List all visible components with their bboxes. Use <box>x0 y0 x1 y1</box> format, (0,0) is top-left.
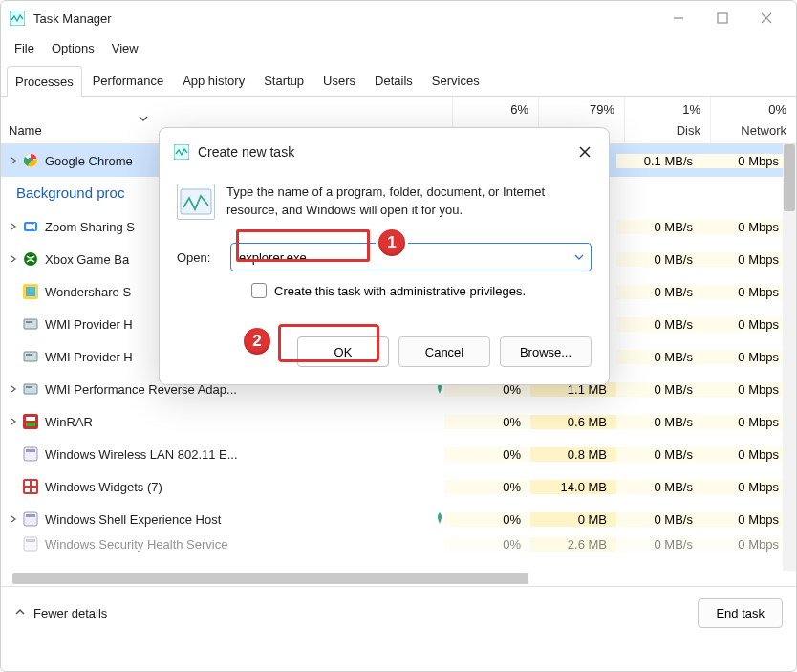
tab-services[interactable]: Services <box>423 65 488 96</box>
annotation-callout-1: 1 <box>376 227 408 259</box>
tab-users[interactable]: Users <box>314 65 364 96</box>
svg-rect-18 <box>23 414 38 429</box>
maximize-button[interactable] <box>700 3 744 33</box>
svg-rect-25 <box>32 481 36 486</box>
task-manager-icon <box>9 10 26 27</box>
process-row[interactable]: Windows Security Health Service0%2.6 MB0… <box>1 535 796 553</box>
svg-rect-8 <box>26 224 32 229</box>
menu-bar: File Options View <box>1 35 796 65</box>
svg-rect-13 <box>26 321 32 323</box>
combobox-dropdown-button[interactable] <box>568 251 591 263</box>
expand-icon[interactable] <box>9 254 22 264</box>
process-row[interactable]: Windows Widgets (7)0%14.0 MB0 MB/s0 Mbps <box>1 470 796 503</box>
memory-cell: 14.0 MB <box>530 480 616 494</box>
expand-icon[interactable] <box>9 514 22 524</box>
column-header-disk[interactable]: 1%Disk <box>624 97 710 143</box>
network-cell: 0 Mbps <box>702 415 788 429</box>
cpu-cell: 0% <box>444 537 530 552</box>
process-row[interactable]: Windows Wireless LAN 802.11 E...0%0.8 MB… <box>1 438 796 470</box>
disk-cell: 0 MB/s <box>616 350 702 364</box>
menu-options[interactable]: Options <box>44 37 102 59</box>
svg-rect-19 <box>26 417 35 421</box>
process-icon <box>22 348 39 365</box>
expand-icon[interactable] <box>9 417 22 426</box>
network-cell: 0 Mbps <box>702 447 788 462</box>
tab-app-history[interactable]: App history <box>174 65 253 96</box>
chevron-down-icon[interactable] <box>138 113 149 124</box>
process-icon <box>22 380 39 398</box>
expand-icon[interactable] <box>9 156 22 165</box>
process-icon <box>22 478 39 495</box>
process-name: Windows Widgets (7) <box>45 480 444 494</box>
annotation-callout-2: 2 <box>241 325 273 358</box>
process-icon <box>22 283 39 300</box>
chevron-up-icon <box>14 606 26 620</box>
disk-cell: 0 MB/s <box>616 317 702 332</box>
svg-rect-31 <box>26 539 35 542</box>
svg-rect-22 <box>26 449 35 452</box>
horizontal-scrollbar[interactable] <box>12 573 785 586</box>
network-cell: 0 Mbps <box>702 350 788 364</box>
scrollbar-thumb[interactable] <box>784 144 795 211</box>
memory-cell: 0.8 MB <box>530 447 616 462</box>
fewer-details-label: Fewer details <box>33 606 107 620</box>
minimize-button[interactable] <box>657 3 700 33</box>
process-icon <box>22 510 39 528</box>
dialog-close-button[interactable] <box>571 138 599 166</box>
cancel-button[interactable]: Cancel <box>398 336 490 367</box>
leaf-icon <box>435 511 444 528</box>
memory-cell: 0 MB <box>530 512 616 527</box>
svg-rect-11 <box>26 287 35 296</box>
menu-view[interactable]: View <box>104 37 146 59</box>
tab-startup[interactable]: Startup <box>255 65 312 96</box>
tab-processes[interactable]: Processes <box>7 66 82 97</box>
tab-performance[interactable]: Performance <box>84 65 172 96</box>
fewer-details-button[interactable]: Fewer details <box>14 606 107 620</box>
network-cell: 0 Mbps <box>702 220 788 234</box>
open-label: Open: <box>177 250 221 265</box>
process-icon <box>22 250 39 268</box>
memory-cell: 2.6 MB <box>530 537 616 552</box>
window-titlebar: Task Manager <box>1 1 796 35</box>
end-task-button[interactable]: End task <box>698 598 783 628</box>
close-button[interactable] <box>744 3 788 33</box>
run-dialog-large-icon <box>177 184 215 220</box>
disk-cell: 0 MB/s <box>616 512 702 527</box>
disk-cell: 0 MB/s <box>616 382 702 397</box>
svg-rect-16 <box>24 384 37 394</box>
network-cell: 0 Mbps <box>702 512 788 527</box>
process-name: WinRAR <box>45 415 444 429</box>
run-dialog-icon <box>173 143 190 161</box>
svg-rect-2 <box>718 13 727 23</box>
menu-file[interactable]: File <box>7 37 42 59</box>
cpu-cell: 0% <box>444 480 530 494</box>
expand-icon[interactable] <box>9 384 22 394</box>
svg-rect-35 <box>181 189 211 214</box>
process-icon <box>22 152 39 169</box>
column-header-name-label: Name <box>9 123 42 138</box>
create-new-task-dialog: Create new task Type the name of a progr… <box>159 127 610 385</box>
column-header-network[interactable]: 0%Network <box>710 97 796 143</box>
network-cell: 0 Mbps <box>702 252 788 267</box>
horizontal-scrollbar-thumb[interactable] <box>12 573 528 584</box>
browse-button[interactable]: Browse... <box>500 336 592 367</box>
expand-icon[interactable] <box>9 222 22 231</box>
svg-rect-17 <box>26 386 32 388</box>
footer-bar: Fewer details End task <box>1 586 796 639</box>
open-combobox[interactable] <box>230 243 592 271</box>
process-icon <box>22 535 39 553</box>
cpu-cell: 0% <box>444 512 530 527</box>
svg-rect-24 <box>25 481 30 486</box>
ok-button[interactable]: OK <box>297 336 389 367</box>
process-row[interactable]: Windows Shell Experience Host0%0 MB0 MB/… <box>1 503 796 535</box>
disk-cell: 0 MB/s <box>616 480 702 494</box>
network-cell: 0 Mbps <box>702 382 788 397</box>
dialog-titlebar: Create new task <box>160 128 609 176</box>
svg-rect-26 <box>25 488 30 492</box>
process-row[interactable]: WinRAR0%0.6 MB0 MB/s0 Mbps <box>1 405 796 438</box>
cpu-cell: 0% <box>444 447 530 462</box>
svg-rect-15 <box>26 354 32 356</box>
tab-details[interactable]: Details <box>366 65 421 96</box>
vertical-scrollbar[interactable] <box>783 144 796 571</box>
admin-privileges-checkbox[interactable] <box>251 283 267 298</box>
